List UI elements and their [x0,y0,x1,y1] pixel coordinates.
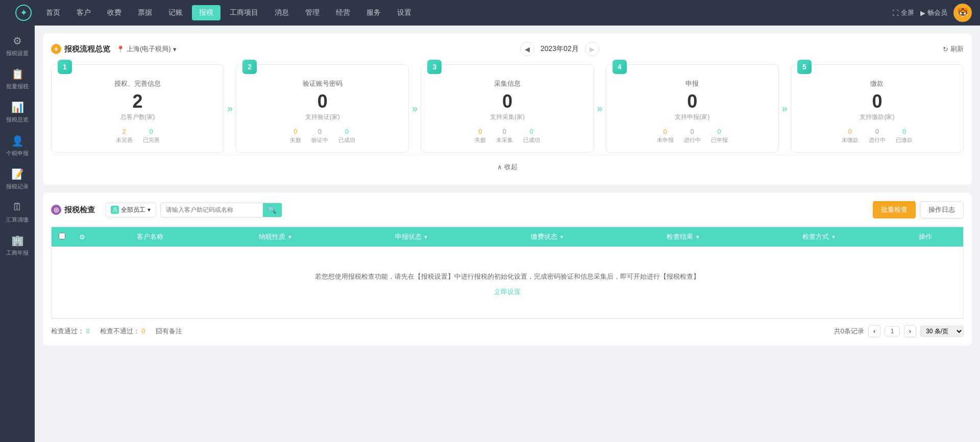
stat-not-reported-label: 未申报 [657,136,674,144]
nav-tax[interactable]: 报税 [192,5,220,20]
check-header: ◎ 报税检查 员 全部员工 ▾ 🔍 批量检查 操作日志 [51,201,964,218]
stat-not-collected-label: 未采集 [496,136,513,144]
immediate-setup-link[interactable]: 立即设置 [494,288,521,296]
pass-label-text: 检查通过： [51,327,84,335]
filter-icon-1[interactable]: ▼ [287,234,292,240]
stat-fail-2: 0 失败 [290,128,301,144]
mascot[interactable]: 🐯 [953,4,972,22]
stat-fail-3-label: 失败 [475,136,486,144]
card-subtitle-4: 支持申报(家) [615,113,770,121]
next-month-btn[interactable]: ▶ [585,42,599,56]
nav-message[interactable]: 消息 [267,5,296,20]
nav-settings[interactable]: 设置 [390,5,419,20]
stat-not-reported-value: 0 [664,128,667,135]
main-content: + 报税流程总览 📍 上海(电子税局) ▾ ◀ 2023年02月 ▶ ↻ 刷新 … [35,26,980,442]
collapse-icon: ∧ [497,163,502,171]
left-sidebar: ⚙ 报税设置 📋 批量报税 📊 报税总览 👤 个税申报 📝 报税记录 🗓 汇算清… [0,26,35,442]
nav-operation[interactable]: 经营 [329,5,357,20]
divider [51,155,964,155]
card-subtitle-5: 支持缴款(家) [799,113,955,121]
card-number-5: 0 [799,92,955,111]
card-number-4: 0 [615,92,770,111]
empty-state-cell: 若您想使用报税检查功能，请先在【报税设置】中进行报税的初始化设置，完成密码验证和… [52,247,963,318]
prev-month-btn[interactable]: ◀ [520,42,534,56]
stat-success-2: 0 已成功 [338,128,355,144]
sidebar-item-overview[interactable]: 📊 报税总览 [2,96,33,127]
batch-tax-label: 批量报税 [6,83,29,90]
stat-incomplete-label: 未完善 [116,136,133,144]
flow-card-1: 1 授权、完善信息 2 总客户数(家) 2 未完善 0 已完善 [51,64,224,153]
stat-success-3-value: 0 [530,128,533,135]
sidebar-item-batch-tax[interactable]: 📋 批量报税 [2,63,33,94]
tax-settings-icon: ⚙ [10,34,24,48]
pass-count[interactable]: 0 [86,327,90,335]
check-table: ⚙ 客户名称 纳税性质 ▼ 申报状态 ▼ 缴费状态 ▼ 检查结果 ▼ 检查方式 … [52,227,963,318]
stat-paying-value: 0 [875,128,879,135]
page-size-select[interactable]: 30 条/页 50 条/页 100 条/页 [920,326,964,337]
filter-icon-2[interactable]: ▼ [423,234,428,240]
stat-paid-label: 已缴款 [896,136,913,144]
filter-icon-3[interactable]: ▼ [559,234,564,240]
operation-log-btn[interactable]: 操作日志 [920,201,964,218]
card-step-5: 5 [797,60,812,74]
nav-fee[interactable]: 收费 [100,5,129,20]
stat-verifying-value: 0 [318,128,322,135]
th-gear: ⚙ [72,227,92,247]
employee-filter[interactable]: 员 全部员工 ▾ [105,203,156,217]
filter-icon-5[interactable]: ▼ [831,234,836,240]
tax-bureau-selector[interactable]: 📍 上海(电子税局) ▾ [116,44,177,54]
th-checkbox [52,227,72,247]
collapse-btn[interactable]: ∧ 收起 [51,157,964,177]
batch-check-btn[interactable]: 批量检查 [873,201,916,218]
nav-invoice[interactable]: 票据 [131,5,159,20]
select-all-checkbox[interactable] [59,233,65,239]
nav-home[interactable]: 首页 [39,5,67,20]
stat-verifying-label: 验证中 [311,136,328,144]
sidebar-item-tax-record[interactable]: 📝 报税记录 [2,163,33,194]
nav-customer[interactable]: 客户 [69,5,98,20]
search-btn[interactable]: 🔍 [263,203,282,217]
nav-service[interactable]: 服务 [359,5,388,20]
th-operation: 操作 [887,227,963,247]
overview-icon: 📊 [10,100,24,114]
filter-group: 员 全部员工 ▾ 🔍 [105,203,282,217]
refresh-icon: ↻ [943,45,948,53]
gear-icon[interactable]: ⚙ [79,233,85,241]
card-subtitle-2: 支持验证(家) [244,113,400,121]
filter-icon-4[interactable]: ▼ [695,234,700,240]
search-input[interactable] [161,204,263,216]
card-number-2: 0 [244,92,400,111]
tax-record-label: 报税记录 [6,183,29,190]
check-section: ◎ 报税检查 员 全部员工 ▾ 🔍 批量检查 操作日志 [43,193,972,346]
nav-bookkeeping[interactable]: 记账 [161,5,190,20]
fullscreen-btn[interactable]: ⛶ 全屏 [892,8,914,17]
vip-btn[interactable]: ▶ 畅会员 [920,8,947,17]
next-page-btn[interactable]: › [904,325,916,337]
fullscreen-label: 全屏 [901,8,914,17]
fail-count[interactable]: 0 [141,327,145,335]
card-subtitle-3: 支持采集(家) [429,113,585,121]
nav-business[interactable]: 工商项目 [223,5,265,20]
footer-right: 共0条记录 ‹ 1 › 30 条/页 50 条/页 100 条/页 [834,325,964,337]
stat-complete: 0 已完善 [143,128,160,144]
pass-label: 检查通过： 0 [51,327,90,336]
card-stats-4: 0 未申报 0 进行中 0 已申报 [615,128,770,144]
stat-not-collected-value: 0 [503,128,506,135]
stat-fail-2-value: 0 [293,128,297,135]
empty-tip: 若您想使用报税检查功能，请先在【报税设置】中进行报税的初始化设置，完成密码验证和… [68,272,947,281]
vip-label: 畅会员 [927,8,947,17]
sidebar-item-tax-settings[interactable]: ⚙ 报税设置 [2,30,33,61]
nav-management[interactable]: 管理 [298,5,327,20]
sidebar-item-settlement[interactable]: 🗓 汇算清缴 [2,196,33,227]
sidebar-item-personal-tax[interactable]: 👤 个税申报 [2,130,33,161]
tax-bureau-name: 上海(电子税局) [127,44,171,54]
annual-report-label: 工商年报 [6,250,29,256]
sidebar-item-annual-report[interactable]: 🏢 工商年报 [2,229,33,260]
refresh-btn[interactable]: ↻ 刷新 [943,44,964,54]
check-title-text: 报税检查 [64,205,95,215]
card-title-4: 申报 [615,79,770,88]
check-footer: 检查通过： 0 检查不通过： 0 囧有备注 共0条记录 ‹ 1 › 30 条/页… [51,318,964,337]
prev-page-btn[interactable]: ‹ [868,325,880,337]
stat-incomplete-value: 2 [122,128,126,135]
batch-tax-icon: 📋 [10,67,24,81]
